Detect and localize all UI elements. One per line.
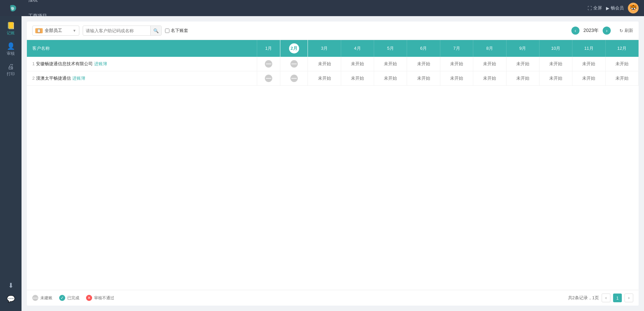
cell-name-0: 1安徽畅捷通信息技术有限公司 进账簿 bbox=[27, 57, 257, 71]
employee-select[interactable]: 📋 全部员工 ▼ bbox=[32, 26, 79, 36]
cell-name-1: 2漠澳太平畅捷通信 进账簿 bbox=[27, 71, 257, 86]
col-header-m2: 2月 bbox=[280, 40, 308, 57]
search-wrap: 🔍 bbox=[83, 26, 162, 36]
year-label: 2023年 bbox=[583, 28, 599, 34]
cell-m8-1: 未开始 bbox=[473, 71, 506, 86]
rejected-icon: ✕ bbox=[86, 295, 92, 301]
cell-m6-0: 未开始 bbox=[407, 57, 440, 71]
next-page-button[interactable]: › bbox=[625, 294, 633, 302]
status-not-started-icon: — bbox=[265, 75, 272, 82]
cell-m11-1: 未开始 bbox=[572, 71, 605, 86]
status-not-started-icon: — bbox=[265, 60, 272, 68]
cell-m11-0: 未开始 bbox=[572, 57, 605, 71]
cell-m1-1: — bbox=[257, 71, 280, 86]
accounting-table: 客户名称 1月 2月 3月 4月 5月 6月 7月 8月 9月 bbox=[27, 40, 639, 86]
nav-item-报税[interactable]: 报税 bbox=[23, 0, 52, 8]
col-header-name: 客户名称 bbox=[27, 40, 257, 57]
col-header-m4: 4月 bbox=[341, 40, 374, 57]
top-navigation: 首页客户收费票据记账报税工商项目消息管理经营服务设置 ⛶ 全屏 ▶ 畅会员 🐯 bbox=[0, 0, 644, 16]
sidebar-item-print[interactable]: 🖨 打印 bbox=[0, 60, 22, 80]
total-records: 共2条记录，1页 bbox=[568, 295, 599, 301]
year-navigation: ‹ 2023年 › bbox=[571, 27, 611, 35]
fullscreen-icon: ⛶ bbox=[588, 6, 592, 11]
cell-m9-1: 未开始 bbox=[506, 71, 539, 86]
download-icon: ⬇ bbox=[8, 282, 14, 289]
member-button[interactable]: ▶ 畅会员 bbox=[606, 5, 624, 11]
table-row: 2漠澳太平畅捷通信 进账簿——未开始未开始未开始未开始未开始未开始未开始未开始未… bbox=[27, 71, 639, 86]
col-header-m10: 10月 bbox=[539, 40, 572, 57]
play-icon: ▶ bbox=[606, 6, 609, 11]
refresh-icon: ↻ bbox=[619, 28, 623, 33]
row-num: 1 bbox=[32, 61, 35, 66]
refresh-label: 刷新 bbox=[625, 28, 633, 34]
sidebar-item-download[interactable]: ⬇ bbox=[7, 279, 15, 292]
sidebar-item-accounting[interactable]: 📒 记账 bbox=[0, 19, 22, 39]
cell-m2-0: — bbox=[280, 57, 308, 71]
cell-m3-1: 未开始 bbox=[308, 71, 341, 86]
row-name: 漠澳太平畅捷通信 bbox=[36, 76, 71, 81]
col-header-m3: 3月 bbox=[308, 40, 341, 57]
cell-m7-0: 未开始 bbox=[440, 57, 473, 71]
search-input[interactable] bbox=[83, 28, 150, 33]
col-header-m12: 12月 bbox=[605, 40, 638, 57]
completed-icon: ✓ bbox=[59, 295, 65, 301]
cell-m5-1: 未开始 bbox=[374, 71, 407, 86]
dropdown-arrow-icon: ▼ bbox=[73, 29, 76, 33]
enter-ledger-link[interactable]: 进账簿 bbox=[94, 61, 107, 66]
fullscreen-button[interactable]: ⛶ 全屏 bbox=[588, 5, 602, 11]
fullscreen-label: 全屏 bbox=[593, 5, 602, 11]
col-header-m8: 8月 bbox=[473, 40, 506, 57]
my-accounts-checkbox[interactable] bbox=[165, 29, 169, 33]
cell-m4-0: 未开始 bbox=[341, 57, 374, 71]
current-page: 1 bbox=[613, 294, 622, 302]
cell-m12-1: 未开始 bbox=[605, 71, 638, 86]
accounting-icon: 📒 bbox=[7, 22, 15, 29]
main-layout: 📒 记账 👤 审核 🖨 打印 ⬇ 💬 📋 全部员工 bbox=[0, 16, 644, 311]
col-header-m5: 5月 bbox=[374, 40, 407, 57]
enter-ledger-link[interactable]: 进账簿 bbox=[72, 76, 85, 81]
review-icon: 👤 bbox=[7, 43, 15, 49]
content-area: 📋 全部员工 ▼ 🔍 名下账套 ‹ 2023年 › bbox=[22, 16, 644, 311]
top-nav-right: ⛶ 全屏 ▶ 畅会员 🐯 bbox=[588, 3, 639, 13]
checkbox-label[interactable]: 名下账套 bbox=[165, 28, 188, 34]
prev-page-button[interactable]: ‹ bbox=[602, 294, 610, 302]
prev-year-button[interactable]: ‹ bbox=[571, 27, 579, 35]
next-year-button[interactable]: › bbox=[603, 27, 611, 35]
cell-m7-1: 未开始 bbox=[440, 71, 473, 86]
cell-m3-0: 未开始 bbox=[308, 57, 341, 71]
col-header-m1: 1月 bbox=[257, 40, 280, 57]
cell-m10-0: 未开始 bbox=[539, 57, 572, 71]
table-row: 1安徽畅捷通信息技术有限公司 进账簿——未开始未开始未开始未开始未开始未开始未开… bbox=[27, 57, 639, 71]
sidebar-item-accounting-label: 记账 bbox=[7, 30, 15, 36]
employee-badge: 📋 bbox=[35, 28, 43, 33]
sidebar-item-review-label: 审核 bbox=[7, 51, 15, 56]
completed-label: 已完成 bbox=[67, 295, 79, 301]
status-not-started-icon: — bbox=[290, 75, 298, 82]
refresh-button[interactable]: ↻ 刷新 bbox=[619, 28, 633, 34]
rejected-label: 审核不通过 bbox=[94, 295, 114, 301]
legend-rejected: ✕ 审核不通过 bbox=[86, 295, 114, 301]
footer: — 未建账 ✓ 已完成 ✕ 审核不通过 共2条记录，1页 ‹ 1 › bbox=[27, 290, 639, 306]
search-button[interactable]: 🔍 bbox=[150, 26, 161, 35]
sidebar: 📒 记账 👤 审核 🖨 打印 ⬇ 💬 bbox=[0, 16, 22, 311]
sidebar-item-review[interactable]: 👤 审核 bbox=[0, 39, 22, 60]
cell-m1-0: — bbox=[257, 57, 280, 71]
sidebar-bottom: ⬇ 💬 bbox=[7, 279, 15, 311]
toolbar: 📋 全部员工 ▼ 🔍 名下账套 ‹ 2023年 › bbox=[27, 22, 639, 40]
content-inner: 📋 全部员工 ▼ 🔍 名下账套 ‹ 2023年 › bbox=[27, 22, 639, 306]
user-avatar[interactable]: 🐯 bbox=[628, 3, 639, 13]
table-header-row: 客户名称 1月 2月 3月 4月 5月 6月 7月 8月 9月 bbox=[27, 40, 639, 57]
cell-m12-0: 未开始 bbox=[605, 57, 638, 71]
print-icon: 🖨 bbox=[7, 63, 14, 70]
legend-completed: ✓ 已完成 bbox=[59, 295, 79, 301]
not-created-label: 未建账 bbox=[40, 295, 52, 301]
col-header-m6: 6月 bbox=[407, 40, 440, 57]
member-label: 畅会员 bbox=[611, 5, 624, 11]
employee-select-label: 全部员工 bbox=[45, 28, 71, 34]
sidebar-item-chat[interactable]: 💬 bbox=[7, 292, 15, 306]
table-body: 1安徽畅捷通信息技术有限公司 进账簿——未开始未开始未开始未开始未开始未开始未开… bbox=[27, 57, 639, 86]
status-not-started-icon: — bbox=[290, 60, 298, 68]
row-name: 安徽畅捷通信息技术有限公司 bbox=[36, 61, 93, 66]
legend-not-created: — 未建账 bbox=[32, 295, 52, 301]
search-icon: 🔍 bbox=[153, 28, 159, 33]
